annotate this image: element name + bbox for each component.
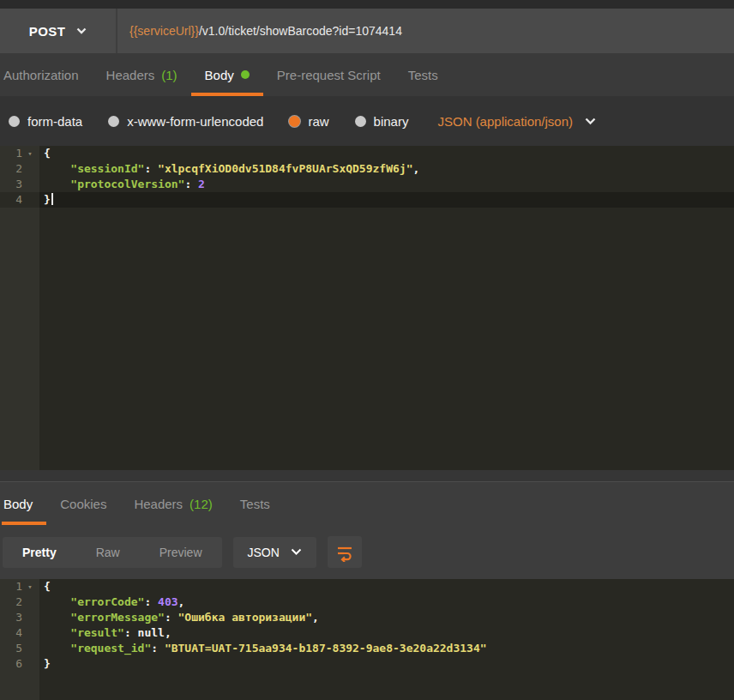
radio-binary[interactable]: binary — [355, 114, 409, 129]
api-client-window: POST {{serviceUrl}}/v1.0/ticket/showBarc… — [0, 0, 734, 700]
response-headers-count-badge: (12) — [190, 497, 213, 511]
tab-headers[interactable]: Headers (1) — [93, 53, 191, 96]
wrap-text-icon — [335, 543, 354, 562]
line-number-gutter: 4 — [0, 625, 39, 641]
request-url-bar: POST {{serviceUrl}}/v1.0/ticket/showBarc… — [0, 9, 734, 53]
response-tabs: Body Cookies Headers (12) Tests — [0, 482, 734, 525]
view-mode-group: Pretty Raw Preview — [3, 537, 222, 568]
line-number-gutter: 1▾ — [0, 579, 39, 594]
editor-line[interactable]: 4} — [0, 192, 734, 208]
tab-response-body[interactable]: Body — [2, 482, 46, 525]
response-body-editor[interactable]: 1▾{2 "errorCode": 403,3 "errorMessage": … — [0, 579, 734, 700]
body-present-dot-icon — [241, 70, 250, 79]
wrap-text-button[interactable] — [328, 536, 362, 568]
radio-circle-icon — [355, 116, 366, 127]
line-number-gutter: 6 — [0, 656, 39, 672]
url-variable: {{serviceUrl}} — [129, 24, 199, 38]
line-number-gutter: 3 — [0, 610, 39, 625]
editor-line[interactable]: 2 "sessionId": "xlpcqfXiOD0dv51D84fvP8UA… — [0, 161, 734, 177]
body-type-bar: form-data x-www-form-urlencoded raw bina… — [0, 96, 734, 146]
tab-label: Tests — [240, 497, 270, 511]
tab-tests[interactable]: Tests — [394, 53, 452, 96]
tab-label: Pre-request Script — [277, 68, 381, 82]
request-tabs: Authorization Headers (1) Body Pre-reque… — [0, 53, 734, 96]
editor-line[interactable]: 3 "errorMessage": "Ошибка авторизации", — [0, 610, 734, 625]
radio-form-data[interactable]: form-data — [9, 114, 82, 129]
radio-label: x-www-form-urlencoded — [127, 114, 263, 129]
line-number-gutter: 2 — [0, 161, 39, 177]
fold-arrow-icon[interactable]: ▾ — [22, 146, 38, 161]
tab-authorization[interactable]: Authorization — [2, 53, 93, 96]
radio-label: binary — [374, 114, 409, 129]
url-path: /v1.0/ticket/showBarcode?id=1074414 — [199, 24, 402, 38]
line-number-gutter: 1▾ — [0, 146, 39, 161]
tab-label: Body — [205, 68, 234, 82]
tab-pre-request-script[interactable]: Pre-request Script — [263, 53, 394, 96]
tab-label: Tests — [408, 68, 438, 82]
tab-response-headers[interactable]: Headers (12) — [120, 482, 226, 525]
text-cursor — [51, 193, 53, 205]
url-input[interactable]: {{serviceUrl}}/v1.0/ticket/showBarcode?i… — [117, 9, 734, 53]
editor-line[interactable]: 3 "protocolVersion": 2 — [0, 177, 734, 192]
tab-label: Cookies — [60, 497, 106, 511]
radio-circle-icon — [108, 116, 119, 127]
tab-cookies[interactable]: Cookies — [46, 482, 120, 525]
editor-empty-area[interactable] — [0, 672, 734, 700]
tab-body[interactable]: Body — [191, 53, 263, 96]
tab-label: Body — [3, 497, 33, 511]
editor-line[interactable]: 1▾{ — [0, 579, 734, 594]
editor-line[interactable]: 2 "errorCode": 403, — [0, 594, 734, 610]
window-top-strip — [0, 0, 734, 9]
line-number-gutter: 2 — [0, 594, 39, 610]
editor-line[interactable]: 6} — [0, 656, 734, 672]
content-type-dropdown[interactable]: JSON (application/json) — [437, 114, 596, 129]
editor-line[interactable]: 1▾{ — [0, 146, 734, 161]
request-body-editor[interactable]: 1▾{2 "sessionId": "xlpcqfXiOD0dv51D84fvP… — [0, 146, 734, 470]
editor-line[interactable]: 5 "request_id": "BTUAT=UAT-715aa934-b187… — [0, 641, 734, 656]
view-mode-raw[interactable]: Raw — [76, 537, 140, 568]
panel-divider[interactable] — [0, 470, 734, 482]
radio-x-www-form-urlencoded[interactable]: x-www-form-urlencoded — [108, 114, 263, 129]
method-label: POST — [29, 24, 65, 39]
line-number-gutter: 4 — [0, 192, 39, 208]
response-format-dropdown[interactable]: JSON — [233, 537, 316, 568]
tab-response-tests[interactable]: Tests — [226, 482, 284, 525]
view-mode-preview[interactable]: Preview — [140, 537, 222, 568]
radio-raw[interactable]: raw — [289, 114, 328, 129]
chevron-down-icon — [76, 27, 87, 34]
chevron-down-icon — [585, 118, 596, 125]
headers-count-badge: (1) — [161, 68, 177, 82]
tab-label: Headers — [106, 68, 155, 82]
response-section: Body Cookies Headers (12) Tests Pretty R… — [0, 482, 734, 700]
editor-line[interactable]: 4 "result": null, — [0, 625, 734, 641]
fold-arrow-icon[interactable]: ▾ — [22, 579, 38, 594]
response-toolbar: Pretty Raw Preview JSON — [0, 525, 734, 579]
tab-label: Headers — [134, 497, 183, 511]
content-type-label: JSON (application/json) — [437, 114, 573, 129]
radio-selected-icon — [289, 116, 300, 127]
view-mode-pretty[interactable]: Pretty — [3, 537, 76, 568]
method-selector[interactable]: POST — [0, 9, 117, 53]
line-number-gutter: 5 — [0, 641, 39, 656]
radio-label: form-data — [27, 114, 82, 129]
tab-label: Authorization — [3, 68, 79, 82]
chevron-down-icon — [291, 548, 302, 556]
radio-label: raw — [308, 114, 328, 129]
format-label: JSON — [248, 546, 280, 559]
editor-empty-area[interactable] — [0, 208, 734, 470]
radio-circle-icon — [9, 116, 20, 127]
line-number-gutter: 3 — [0, 177, 39, 192]
